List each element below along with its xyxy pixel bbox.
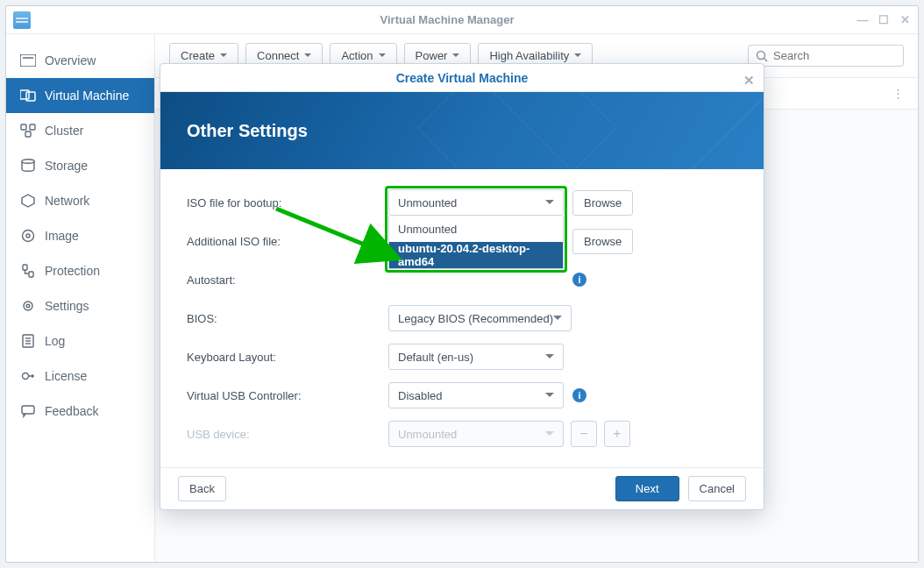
bios-label: BIOS:	[187, 312, 388, 325]
app-icon	[13, 11, 31, 29]
additional-iso-browse-button[interactable]: Browse	[572, 229, 633, 254]
back-button[interactable]: Back	[178, 476, 226, 501]
svg-rect-5	[30, 124, 35, 130]
iso-bootup-dropdown: Unmounted ubuntu-20.04.2-desktop-amd64	[388, 216, 564, 269]
sidebar-item-feedback[interactable]: Feedback	[6, 394, 154, 429]
caret-down-icon	[545, 431, 554, 440]
svg-point-12	[24, 302, 32, 310]
svg-rect-11	[29, 272, 33, 277]
usb-device-label: USB device:	[187, 428, 388, 441]
license-icon	[20, 369, 36, 383]
next-button[interactable]: Next	[615, 476, 679, 501]
caret-down-icon	[379, 53, 386, 60]
svg-point-7	[22, 160, 34, 164]
caret-down-icon	[304, 53, 311, 60]
modal-body: ISO file for bootup: Unmounted Unmounted…	[160, 169, 764, 467]
svg-point-8	[23, 231, 34, 242]
svg-point-13	[26, 304, 30, 308]
modal-title: Create Virtual Machine	[396, 71, 529, 85]
iso-bootup-browse-button[interactable]: Browse	[572, 190, 633, 216]
usb-controller-select[interactable]: Disabled	[388, 382, 564, 408]
settings-icon	[20, 299, 36, 313]
maximize-icon[interactable]: ☐	[878, 14, 890, 26]
search-box[interactable]	[748, 45, 904, 67]
window-controls: — ☐ ✕	[856, 14, 911, 26]
caret-down-icon	[452, 53, 459, 60]
bios-select[interactable]: Legacy BIOS (Recommended)	[388, 305, 572, 331]
titlebar: Virtual Machine Manager — ☐ ✕	[6, 6, 918, 34]
usb-add-button[interactable]: +	[604, 421, 630, 447]
svg-line-21	[764, 58, 768, 61]
svg-rect-4	[21, 124, 26, 130]
svg-rect-19	[22, 406, 34, 414]
svg-rect-10	[23, 265, 27, 270]
feedback-icon	[20, 404, 36, 418]
sidebar-item-label: Virtual Machine	[45, 89, 129, 103]
svg-point-9	[26, 234, 30, 238]
caret-down-icon	[574, 53, 581, 60]
svg-rect-6	[25, 131, 31, 137]
sidebar-item-label: Network	[45, 194, 89, 208]
sidebar-item-license[interactable]: License	[6, 359, 154, 394]
sidebar-item-settings[interactable]: Settings	[6, 288, 154, 323]
minimize-icon[interactable]: —	[856, 14, 869, 26]
sidebar-item-network[interactable]: Network	[6, 183, 154, 218]
storage-icon	[20, 159, 36, 173]
vm-icon	[20, 89, 36, 103]
sidebar-item-label: Settings	[45, 299, 89, 313]
cluster-icon	[20, 124, 36, 138]
caret-down-icon	[553, 316, 562, 324]
caret-down-icon	[545, 354, 554, 363]
additional-iso-label: Additional ISO file:	[187, 235, 388, 248]
overview-icon	[20, 53, 36, 67]
info-icon[interactable]: i	[572, 273, 586, 287]
image-icon	[20, 229, 36, 243]
dropdown-option-ubuntu[interactable]: ubuntu-20.04.2-desktop-amd64	[389, 242, 563, 268]
sidebar-item-image[interactable]: Image	[6, 218, 154, 253]
modal-footer: Back Next Cancel	[160, 467, 764, 509]
create-vm-modal: Create Virtual Machine ✕ Other Settings …	[160, 63, 764, 510]
sidebar-item-virtual-machine[interactable]: Virtual Machine	[6, 78, 154, 113]
modal-hero: Other Settings	[160, 92, 764, 169]
column-menu-icon[interactable]: ⋮	[892, 87, 904, 100]
search-input[interactable]	[773, 49, 896, 62]
sidebar-item-label: Protection	[45, 264, 100, 278]
iso-bootup-label: ISO file for bootup:	[187, 196, 388, 209]
usb-device-select: Unmounted	[388, 421, 564, 447]
search-icon	[756, 50, 768, 62]
sidebar-item-label: Log	[45, 334, 65, 348]
usb-remove-button[interactable]: −	[571, 421, 597, 447]
close-icon[interactable]: ✕	[899, 14, 911, 26]
iso-bootup-select[interactable]: Unmounted	[388, 189, 564, 216]
modal-titlebar: Create Virtual Machine ✕	[160, 64, 764, 92]
info-icon[interactable]: i	[572, 388, 586, 402]
svg-point-20	[757, 51, 765, 59]
sidebar-item-cluster[interactable]: Cluster	[6, 113, 154, 148]
protection-icon	[20, 264, 36, 278]
sidebar-item-label: Feedback	[45, 404, 98, 418]
keyboard-layout-select[interactable]: Default (en-us)	[388, 344, 564, 370]
cancel-button[interactable]: Cancel	[688, 476, 746, 501]
svg-point-18	[23, 373, 29, 380]
modal-heading: Other Settings	[187, 121, 308, 141]
caret-down-icon	[220, 53, 227, 60]
svg-rect-0	[20, 54, 36, 67]
sidebar-item-storage[interactable]: Storage	[6, 148, 154, 183]
sidebar: Overview Virtual Machine Cluster Storage…	[6, 34, 155, 562]
sidebar-item-overview[interactable]: Overview	[6, 43, 154, 78]
modal-close-icon[interactable]: ✕	[743, 73, 755, 89]
window-title: Virtual Machine Manager	[38, 13, 856, 26]
log-icon	[20, 334, 36, 348]
caret-down-icon	[545, 393, 554, 401]
sidebar-item-label: Overview	[45, 53, 96, 67]
sidebar-item-label: Storage	[45, 159, 88, 173]
keyboard-layout-label: Keyboard Layout:	[187, 351, 388, 364]
autostart-label: Autostart:	[187, 273, 388, 287]
sidebar-item-label: Image	[45, 229, 79, 243]
caret-down-icon	[545, 200, 554, 209]
sidebar-item-protection[interactable]: Protection	[6, 253, 154, 288]
sidebar-item-label: License	[45, 369, 87, 383]
sidebar-item-log[interactable]: Log	[6, 323, 154, 359]
dropdown-option-unmounted[interactable]: Unmounted	[389, 216, 563, 242]
sidebar-item-label: Cluster	[45, 124, 83, 138]
